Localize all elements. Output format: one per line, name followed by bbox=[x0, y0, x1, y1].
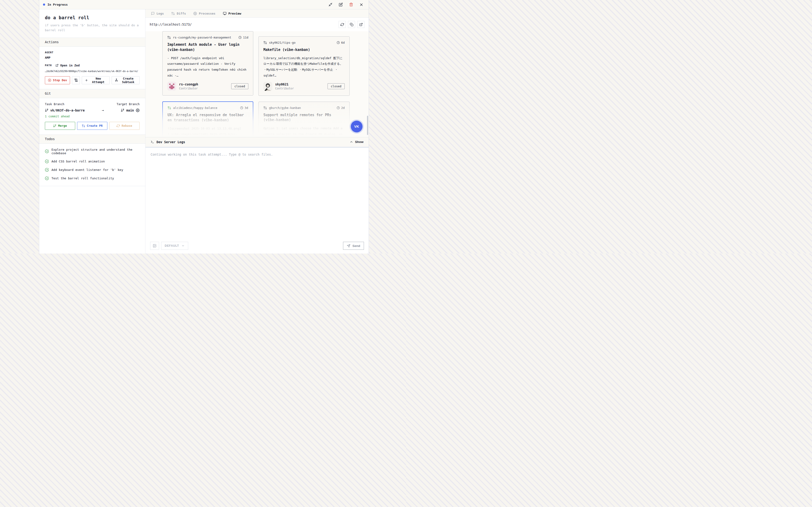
task-description: if users press the 'b' button, the site … bbox=[45, 23, 140, 33]
git-pull-request-icon bbox=[171, 12, 175, 15]
todos-section-heading: Todos bbox=[39, 135, 145, 144]
card-repo: rs-cuongph/my-password-management bbox=[173, 36, 231, 39]
minimize-icon[interactable] bbox=[328, 3, 333, 7]
check-circle-icon bbox=[45, 168, 49, 172]
preview-panel: LogsDiffsProcessesPreview rs-cuongph/my- bbox=[145, 9, 369, 253]
todo-text: Add keyboard event listener for 'b' key bbox=[51, 168, 123, 172]
attach-image-button[interactable] bbox=[150, 242, 159, 250]
card-repo: sky0621/tips-go bbox=[269, 41, 296, 44]
stop-dev-button[interactable]: Stop Dev bbox=[45, 76, 70, 84]
dev-server-logs-bar[interactable]: Dev Server Logs Show bbox=[145, 137, 369, 147]
rebase-button[interactable]: Rebase bbox=[109, 122, 140, 130]
clock-icon bbox=[337, 41, 340, 44]
plus-icon bbox=[85, 78, 88, 82]
pull-request-icon bbox=[263, 41, 267, 44]
close-icon[interactable] bbox=[359, 3, 363, 7]
target-branch-chip: main bbox=[121, 108, 140, 112]
task-sidebar: do a barrel roll if users press the 'b' … bbox=[39, 9, 145, 253]
pull-request-icon bbox=[263, 106, 267, 110]
modal-header: In Progress bbox=[39, 0, 369, 9]
arrow-right-icon: → bbox=[102, 108, 104, 112]
card-repo: alcibiadesc/happy-balance bbox=[173, 106, 217, 110]
card-title: UX: Arregla el responsive de toolbar en … bbox=[167, 113, 248, 123]
refresh-button[interactable] bbox=[339, 21, 346, 28]
pr-card[interactable]: gburch/gybe-kanban 2d Support multiple r… bbox=[258, 102, 350, 137]
card-title: Support multiple remotes for PRs (vibe-k… bbox=[263, 113, 345, 123]
avatar bbox=[263, 82, 272, 91]
composer: DEFAULT Send bbox=[145, 148, 369, 254]
task-branch-label: Task Branch bbox=[45, 102, 64, 106]
card-footer: sky0621 Contributor closed bbox=[263, 82, 345, 91]
avatar bbox=[167, 82, 176, 91]
chevron-up-icon bbox=[350, 140, 353, 144]
vk-avatar[interactable]: VK bbox=[351, 121, 362, 132]
clock-icon bbox=[240, 106, 243, 109]
author-role: Contributor bbox=[275, 87, 294, 90]
message-square-icon bbox=[151, 12, 155, 15]
new-attempt-button[interactable]: New Attempt bbox=[82, 76, 110, 84]
gear-icon bbox=[193, 12, 197, 15]
copy-url-button[interactable] bbox=[348, 21, 355, 28]
pr-card[interactable]: sky0621/tips-go 6d Makefile (vibe-kanban… bbox=[258, 36, 350, 96]
trash-icon[interactable] bbox=[349, 3, 353, 7]
open-external-icon bbox=[359, 23, 363, 26]
tab-diffs[interactable]: Diffs bbox=[171, 12, 186, 15]
terminal-icon bbox=[151, 140, 154, 144]
create-pr-button[interactable]: Create PR bbox=[77, 122, 107, 130]
pull-request-icon bbox=[82, 124, 85, 127]
card-age: 6d bbox=[341, 41, 345, 44]
message-input[interactable] bbox=[145, 148, 369, 242]
scrollbar-thumb[interactable] bbox=[367, 116, 368, 135]
status-indicator: In Progress bbox=[43, 3, 68, 6]
dev-logs-button[interactable] bbox=[72, 76, 80, 84]
git-branch-icon bbox=[121, 108, 124, 112]
create-subtask-button[interactable]: Create Subtask bbox=[112, 76, 140, 84]
actions-section: AGENT AMP PATH Open in Zed …2dz0k7n62z93… bbox=[39, 47, 145, 89]
copy-icon bbox=[350, 23, 353, 26]
check-circle-icon bbox=[45, 159, 49, 163]
merge-button[interactable]: Merge bbox=[45, 122, 75, 130]
external-link-icon bbox=[55, 64, 58, 67]
card-description: - POST /auth/login endpoint với username… bbox=[167, 55, 248, 78]
author-role: Contributor bbox=[179, 87, 198, 90]
card-age: 11d bbox=[243, 36, 248, 39]
tab-preview[interactable]: Preview bbox=[223, 12, 241, 15]
tab-processes[interactable]: Processes bbox=[193, 12, 215, 15]
git-branch-icon bbox=[53, 124, 56, 127]
browser-toolbar bbox=[145, 17, 369, 31]
open-in-zed-link[interactable]: Open in Zed bbox=[55, 64, 80, 67]
todos-section: Explore project structure and understand… bbox=[39, 144, 145, 186]
edit-icon[interactable] bbox=[339, 3, 343, 7]
variant-dropdown[interactable]: DEFAULT bbox=[161, 242, 188, 250]
tab-bar: LogsDiffsProcessesPreview bbox=[145, 9, 369, 17]
subtask-icon bbox=[115, 78, 118, 82]
status-label: In Progress bbox=[47, 3, 68, 6]
gear-icon[interactable] bbox=[136, 108, 140, 112]
pr-card[interactable]: rs-cuongph/my-password-management 11d Im… bbox=[162, 31, 253, 96]
worktree-path: …2dz0k7n62z93299r0000gn/T/vibe-kanban/wo… bbox=[45, 70, 140, 72]
todo-text: Explore project structure and understand… bbox=[51, 148, 140, 155]
task-branch-chip: vk/063f-do-a-barre bbox=[45, 108, 85, 112]
author-name: rs-cuongph bbox=[179, 82, 198, 86]
status-badge: closed bbox=[231, 83, 248, 89]
pr-card[interactable]: alcibiadesc/happy-balance 3d UX: Arregla… bbox=[162, 101, 253, 137]
target-branch-label: Target Branch bbox=[116, 102, 140, 106]
agent-value: AMP bbox=[45, 56, 140, 59]
todo-item: Add CSS barrel roll animation bbox=[45, 159, 140, 163]
tab-logs[interactable]: Logs bbox=[151, 12, 164, 15]
agent-label: AGENT bbox=[45, 51, 140, 54]
git-section: Task Branch Target Branch vk/063f-do-a-b… bbox=[39, 98, 145, 135]
todo-item: Explore project structure and understand… bbox=[45, 148, 140, 155]
author-name: sky0621 bbox=[275, 82, 294, 86]
chevron-down-icon bbox=[182, 244, 185, 247]
show-logs-button[interactable]: Show bbox=[350, 140, 363, 144]
card-title: Makefile (vibe-kanban) bbox=[263, 47, 345, 53]
card-description: Option 1: Let users choose the remote Ad… bbox=[263, 125, 345, 137]
card-footer: rs-cuongph Contributor closed bbox=[167, 82, 248, 91]
pull-request-icon bbox=[167, 106, 171, 110]
refresh-icon bbox=[341, 23, 344, 26]
status-dot-icon bbox=[43, 3, 45, 6]
send-button[interactable]: Send bbox=[343, 242, 364, 250]
url-input[interactable] bbox=[150, 22, 336, 26]
open-external-button[interactable] bbox=[357, 21, 364, 28]
